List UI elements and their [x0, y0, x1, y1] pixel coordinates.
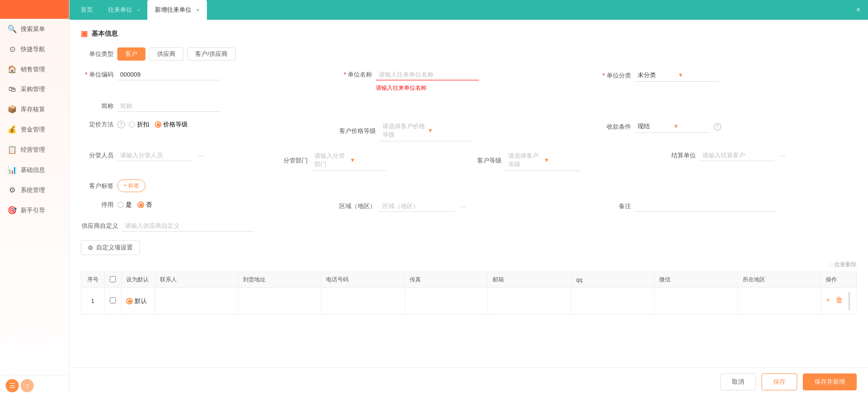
type-btn-customer[interactable]: 客户: [117, 47, 145, 61]
disabled-yes-radio[interactable]: [117, 202, 124, 208]
address-input[interactable]: [243, 298, 316, 304]
row-phone[interactable]: [321, 288, 404, 315]
payment-select[interactable]: 现结 ▼: [635, 120, 710, 133]
row-checkbox-cell[interactable]: [105, 288, 122, 315]
inventory-icon: 📦: [8, 105, 17, 114]
row-add-btn[interactable]: +: [826, 296, 830, 304]
custom-setting-icon: ⚙: [88, 244, 93, 251]
col-region: 所在地区: [738, 272, 821, 288]
sidebar-item-inventory[interactable]: 📦 库存核算: [0, 99, 69, 119]
unit-category-field: 单位分类 未分类 ▼: [598, 69, 857, 82]
pricing-field: 定价方法 ? 折扣 价格等级: [81, 120, 339, 129]
wechat-input[interactable]: [659, 298, 732, 304]
tab-home[interactable]: 首页: [73, 0, 100, 20]
sidebar-item-search[interactable]: 🔍 搜索菜单: [0, 19, 69, 39]
custom-setting-button[interactable]: ⚙ 自定义项设置: [81, 240, 140, 255]
unit-code-input[interactable]: [117, 69, 221, 80]
col-email: 邮箱: [488, 272, 571, 288]
remark-input[interactable]: [635, 201, 776, 212]
type-btn-both[interactable]: 客户/供应商: [187, 47, 236, 61]
select-all-checkbox[interactable]: [110, 276, 116, 282]
tab-partner-list[interactable]: 往来单位 ×: [100, 0, 147, 20]
tab-bar-close[interactable]: ×: [853, 6, 864, 14]
settlement-input[interactable]: [700, 150, 775, 161]
row-fax[interactable]: [404, 288, 487, 315]
email-input[interactable]: [493, 298, 566, 304]
tab-partner-list-close[interactable]: ×: [137, 7, 140, 13]
manager-input[interactable]: [117, 150, 192, 161]
row-region[interactable]: [738, 288, 821, 315]
disabled-no[interactable]: 否: [137, 201, 152, 209]
sidebar-item-label: 基础信息: [21, 166, 45, 174]
type-btn-supplier[interactable]: 供应商: [149, 47, 183, 61]
row-wechat[interactable]: [655, 288, 738, 315]
pricing-help-icon[interactable]: ?: [117, 121, 125, 128]
batch-delete-label[interactable]: 批量删除: [834, 261, 857, 269]
form-footer: 取消 保存 保存并新增: [69, 367, 868, 396]
col-checkbox[interactable]: [105, 272, 122, 288]
customer-level-select[interactable]: 请选择客户等级 ▼: [505, 150, 580, 171]
region-more-btn[interactable]: ···: [458, 203, 467, 210]
row-checkbox[interactable]: [110, 297, 116, 303]
manager-more-btn[interactable]: ···: [196, 152, 205, 159]
short-name-input[interactable]: [117, 101, 221, 112]
save-button[interactable]: 保存: [761, 373, 797, 390]
sidebar-item-finance[interactable]: 💰 资金管理: [0, 119, 69, 140]
col-contact: 联系人: [155, 272, 238, 288]
region-input[interactable]: [380, 201, 455, 212]
unit-category-label: 单位分类: [598, 71, 631, 80]
default-radio-circle[interactable]: [126, 298, 133, 304]
save-new-button[interactable]: 保存并新增: [803, 373, 857, 390]
unit-category-value: 未分类: [638, 71, 676, 79]
finance-icon: 💰: [8, 125, 17, 134]
discount-radio[interactable]: [129, 121, 135, 128]
sidebar-bottom-btn1[interactable]: ☰: [6, 379, 19, 392]
sidebar-item-label: 销售管理: [21, 65, 45, 74]
supplier-custom-input[interactable]: [122, 220, 253, 232]
col-seq: 序号: [81, 272, 105, 288]
sidebar-item-sales[interactable]: 🏠 销售管理: [0, 59, 69, 79]
fax-input[interactable]: [410, 298, 483, 304]
pricing-label: 定价方法: [81, 120, 114, 129]
phone-input[interactable]: [326, 298, 399, 304]
disabled-yes[interactable]: 是: [117, 201, 132, 209]
sidebar-item-system[interactable]: ⚙ 系统管理: [0, 180, 69, 200]
sidebar-item-purchase[interactable]: 🛍 采购管理: [0, 79, 69, 99]
home-icon: ⊙: [8, 45, 17, 54]
tab-new-partner-close[interactable]: ×: [196, 7, 199, 13]
unit-category-select[interactable]: 未分类 ▼: [635, 69, 719, 82]
pricing-discount[interactable]: 折扣: [129, 120, 149, 129]
col-qq: qq: [571, 272, 654, 288]
sidebar-bottom-btn2[interactable]: ↑: [21, 379, 34, 392]
pricing-level[interactable]: 价格等级: [155, 120, 188, 129]
disabled-field: 停用 是 否: [81, 201, 339, 209]
settlement-more-btn[interactable]: ···: [778, 152, 787, 159]
tab-new-partner[interactable]: 新增往来单位 ×: [147, 0, 206, 20]
customer-price-select[interactable]: 请选择客户价格等级 ▼: [380, 120, 473, 141]
row-contact[interactable]: [155, 288, 238, 315]
row-region-input[interactable]: [743, 298, 816, 304]
customer-level-field: 客户等级 请选择客户等级 ▼: [469, 150, 663, 171]
system-icon: ⚙: [8, 186, 17, 194]
row-default-radio[interactable]: 默认: [126, 297, 150, 305]
disabled-no-radio[interactable]: [137, 202, 144, 208]
unit-name-input[interactable]: [376, 69, 479, 80]
row-email[interactable]: [488, 288, 571, 315]
row-address[interactable]: [238, 288, 321, 315]
add-tag-button[interactable]: + 标签: [117, 179, 145, 192]
sidebar-item-guide[interactable]: 🎯 新手引导: [0, 200, 69, 220]
contact-input[interactable]: [160, 298, 233, 304]
cancel-button[interactable]: 取消: [720, 373, 756, 390]
tab-partner-list-label: 往来单位: [108, 6, 132, 14]
sidebar-item-basic[interactable]: 📊 基础信息: [0, 160, 69, 180]
row-delete-btn[interactable]: 🗑: [836, 296, 843, 304]
department-label: 分管部门: [275, 156, 308, 165]
sidebar-item-operations[interactable]: 📋 经营管理: [0, 140, 69, 160]
department-select[interactable]: 请输入分管部门 ▼: [312, 150, 387, 171]
payment-help-icon[interactable]: ?: [714, 123, 721, 131]
short-name-row: 简称: [81, 101, 857, 112]
row-qq[interactable]: [571, 288, 654, 315]
sidebar-item-quicknav[interactable]: ⊙ 快捷导航: [0, 39, 69, 59]
qq-input[interactable]: [576, 298, 649, 304]
price-level-radio[interactable]: [155, 121, 161, 128]
